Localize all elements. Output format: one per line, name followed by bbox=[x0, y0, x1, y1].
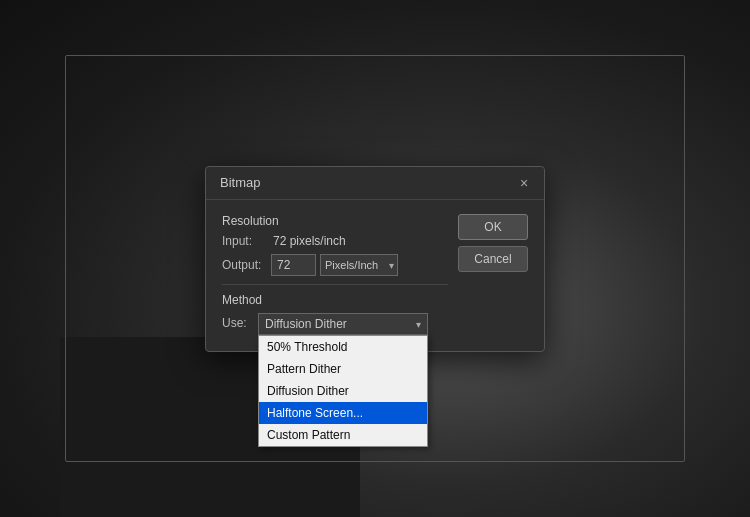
output-input[interactable] bbox=[271, 254, 316, 276]
dropdown-item-pattern-dither[interactable]: Pattern Dither bbox=[259, 358, 427, 380]
close-button[interactable]: × bbox=[516, 175, 532, 191]
method-dropdown-container: Diffusion Dither 50% Threshold Pattern D… bbox=[258, 313, 428, 335]
dialog-title: Bitmap bbox=[220, 175, 260, 190]
input-row: Input: 72 pixels/inch bbox=[222, 234, 448, 248]
method-dropdown-list: 50% Threshold Pattern Dither Diffusion D… bbox=[258, 335, 428, 447]
dialog-right-panel: OK Cancel bbox=[458, 214, 528, 335]
dialog-titlebar: Bitmap × bbox=[206, 167, 544, 200]
unit-select-wrapper: Pixels/Inch Pixels/Cm bbox=[320, 254, 398, 276]
method-section: Method Use: Diffusion Dither 50% Thresho… bbox=[222, 293, 448, 335]
dropdown-item-halftone-screen[interactable]: Halftone Screen... bbox=[259, 402, 427, 424]
dropdown-item-diffusion-dither[interactable]: Diffusion Dither bbox=[259, 380, 427, 402]
divider bbox=[222, 284, 448, 285]
ok-button[interactable]: OK bbox=[458, 214, 528, 240]
input-value: 72 pixels/inch bbox=[273, 234, 346, 248]
use-label: Use: bbox=[222, 313, 252, 330]
cancel-button[interactable]: Cancel bbox=[458, 246, 528, 272]
dropdown-item-custom-pattern[interactable]: Custom Pattern bbox=[259, 424, 427, 446]
dropdown-selected-value: Diffusion Dither bbox=[265, 317, 347, 331]
input-label: Input: bbox=[222, 234, 267, 248]
dialog-left-panel: Resolution Input: 72 pixels/inch Output:… bbox=[222, 214, 448, 335]
unit-select[interactable]: Pixels/Inch Pixels/Cm bbox=[320, 254, 398, 276]
dropdown-item-50threshold[interactable]: 50% Threshold bbox=[259, 336, 427, 358]
output-label: Output: bbox=[222, 258, 267, 272]
method-dropdown-trigger[interactable]: Diffusion Dither bbox=[258, 313, 428, 335]
resolution-label: Resolution bbox=[222, 214, 448, 228]
output-row: Output: Pixels/Inch Pixels/Cm bbox=[222, 254, 448, 276]
dialog-body: Resolution Input: 72 pixels/inch Output:… bbox=[206, 200, 544, 351]
method-label: Method bbox=[222, 293, 448, 307]
use-row: Use: Diffusion Dither 50% Threshold Patt… bbox=[222, 313, 448, 335]
bitmap-dialog: Bitmap × Resolution Input: 72 pixels/inc… bbox=[205, 166, 545, 352]
